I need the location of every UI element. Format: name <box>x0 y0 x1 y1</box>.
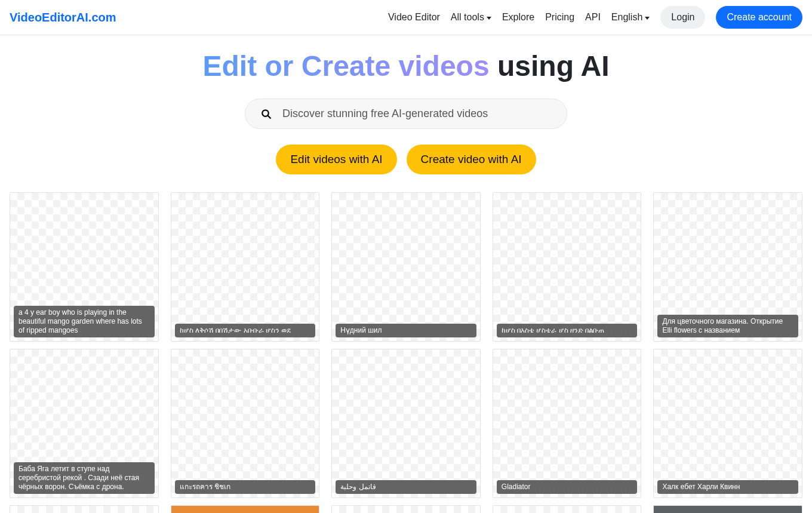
thumbnail-placeholder <box>332 506 480 513</box>
gallery-card[interactable] <box>493 505 642 513</box>
edit-videos-button[interactable]: Edit videos with AI <box>276 145 396 174</box>
gallery-card[interactable]: แกะรถคาร ชิชเก <box>171 349 320 498</box>
svg-line-1 <box>267 115 270 118</box>
search-box[interactable] <box>245 99 567 129</box>
gallery-caption: Для цветочного магазина. Открытие Elli f… <box>657 315 798 337</box>
gallery-caption: Халк ебет Харли Квинн <box>657 480 798 494</box>
nav-language[interactable]: English <box>611 12 650 23</box>
gallery-card[interactable] <box>653 505 802 513</box>
nav-video-editor[interactable]: Video Editor <box>388 12 440 23</box>
thumbnail-placeholder <box>332 349 480 497</box>
gallery-card[interactable] <box>331 505 481 513</box>
gallery-row-1: a 4 y ear boy who is playing in the beau… <box>10 192 802 342</box>
nav-explore[interactable]: Explore <box>502 12 534 23</box>
gallery: a 4 y ear boy who is playing in the beau… <box>0 174 812 513</box>
hero-title-gradient: Edit or Create videos <box>202 50 489 82</box>
nav-right: Video Editor All tools Explore Pricing A… <box>388 6 802 29</box>
gallery-card[interactable]: Нүдний шил <box>331 192 481 342</box>
create-account-button[interactable]: Create account <box>716 6 802 29</box>
thumbnail-placeholder <box>171 193 319 341</box>
gallery-caption: Баба Яга летит в ступе над серебристой р… <box>14 462 155 494</box>
gallery-card[interactable]: Баба Яга летит в ступе над серебристой р… <box>10 349 159 498</box>
thumbnail-placeholder <box>654 349 802 497</box>
gallery-card[interactable]: Gladiator <box>493 349 642 498</box>
svg-point-0 <box>262 110 269 116</box>
gallery-caption: Gladiator <box>497 480 638 494</box>
gallery-card[interactable]: قاتمل وحلبة <box>331 349 481 498</box>
nav-pricing[interactable]: Pricing <box>545 12 574 23</box>
gallery-caption: Нүдний шил <box>336 324 476 337</box>
gallery-card[interactable]: a 4 y ear boy who is playing in the beau… <box>10 192 159 342</box>
gallery-caption: แกะรถคาร ชิชเก <box>175 480 316 494</box>
thumbnail-placeholder <box>493 506 641 513</box>
thumbnail-placeholder <box>171 349 319 497</box>
create-video-button[interactable]: Create video with AI <box>407 145 536 174</box>
gallery-card[interactable]: ከሆስ ለቅሶሽ በበሽታው አቡቡራ ሆስን ወደ <box>171 192 320 342</box>
thumbnail-placeholder <box>332 193 480 341</box>
nav-all-tools-label: All tools <box>451 12 484 23</box>
thumbnail-placeholder <box>493 193 641 341</box>
login-button[interactable]: Login <box>660 6 705 29</box>
navbar: VideoEditorAI.com Video Editor All tools… <box>0 0 812 35</box>
gallery-caption: a 4 y ear boy who is playing in the beau… <box>14 306 155 337</box>
brand-logo[interactable]: VideoEditorAI.com <box>10 11 116 24</box>
nav-language-label: English <box>611 12 642 23</box>
search-input[interactable] <box>282 107 551 120</box>
gallery-card[interactable] <box>171 505 320 513</box>
search-icon <box>261 109 272 119</box>
gallery-row-2: Баба Яга летит в ступе над серебристой р… <box>10 349 802 498</box>
gallery-card[interactable]: Для цветочного магазина. Открытие Elli f… <box>653 192 802 342</box>
gallery-card[interactable]: ከሆስ በእስቴ ሆስቴራ ሆስ ዘንድ በልቡጠ <box>493 192 642 342</box>
caret-down-icon <box>487 17 491 20</box>
gallery-caption: قاتمل وحلبة <box>336 480 476 494</box>
gallery-caption: ከሆስ ለቅሶሽ በበሽታው አቡቡራ ሆስን ወደ <box>175 324 316 337</box>
gallery-card[interactable] <box>10 505 159 513</box>
hero-title: Edit or Create videos using AI <box>10 48 802 84</box>
hero-actions: Edit videos with AI Create video with AI <box>10 145 802 174</box>
thumbnail-placeholder <box>493 349 641 497</box>
hero-title-plain: using AI <box>490 50 610 82</box>
caret-down-icon <box>645 17 650 20</box>
gallery-caption: ከሆስ በእስቴ ሆስቴራ ሆስ ዘንድ በልቡጠ <box>497 324 638 337</box>
thumbnail-placeholder <box>10 506 158 513</box>
hero: Edit or Create videos using AI Edit vide… <box>0 35 812 174</box>
search-wrap <box>10 99 802 129</box>
nav-all-tools[interactable]: All tools <box>451 12 491 23</box>
gallery-card[interactable]: Халк ебет Харли Квинн <box>653 349 802 498</box>
gallery-row-3 <box>10 505 802 513</box>
nav-api[interactable]: API <box>585 12 601 23</box>
